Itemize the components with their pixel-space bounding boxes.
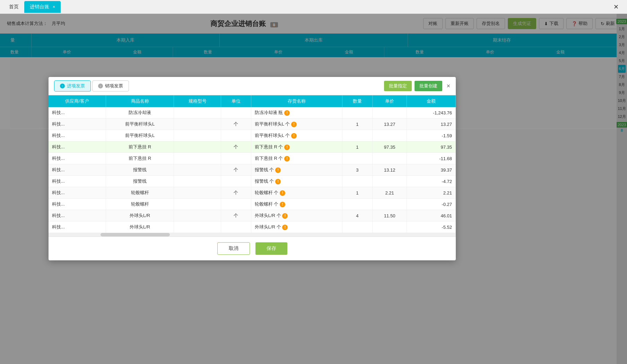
warn-icon: ! xyxy=(275,167,281,173)
cell-unit-price xyxy=(373,107,407,119)
cell-inventory-name: 外球头L/R 个 ! xyxy=(251,222,342,233)
cell-unit-price xyxy=(373,222,407,233)
cell-inventory-name: 前平衡杆球头L 个 ! xyxy=(251,119,342,130)
cell-quantity xyxy=(342,222,372,233)
cell-amount: 97.35 xyxy=(407,141,456,153)
tab-ledger[interactable]: 进销台账 × xyxy=(24,1,61,13)
save-button[interactable]: 保存 xyxy=(255,242,287,255)
cancel-button[interactable]: 取消 xyxy=(217,242,250,255)
cell-product-name: 前下悬挂 R xyxy=(106,141,174,153)
cell-supplier: 科技... xyxy=(49,164,106,176)
cell-product-name: 报警线 xyxy=(106,164,174,176)
cell-unit xyxy=(221,107,251,119)
cell-spec xyxy=(174,130,221,141)
cell-product-name: 前平衡杆球头L xyxy=(106,130,174,141)
window-close-button[interactable]: ✕ xyxy=(609,1,624,13)
cell-amount: -1.59 xyxy=(407,130,456,141)
warn-icon: ! xyxy=(280,190,285,196)
cell-spec xyxy=(174,222,221,233)
cell-spec xyxy=(174,153,221,164)
table-row: 科技... 前平衡杆球头L 前平衡杆球头L 个 ! -1.59 xyxy=(49,130,456,141)
warn-icon: ! xyxy=(282,213,288,219)
cell-amount: -1,243.76 xyxy=(407,107,456,119)
warn-icon: ! xyxy=(291,122,297,127)
modal-table: 供应商/客户 商品名称 规格型号 单位 存货名称 数量 单价 金额 科技... … xyxy=(49,95,456,233)
batch-create-button[interactable]: 批量创建 xyxy=(415,81,442,91)
cell-unit: 个 xyxy=(221,210,251,222)
main-content: 销售成本计算方法： 月平均 商贸企业进销台账 📋 对账 重新开账 存货别名 生成… xyxy=(0,14,627,364)
tab-inbound-invoice[interactable]: ↑ 进项发票 xyxy=(54,80,91,92)
cell-quantity xyxy=(342,153,372,164)
cell-amount: -11.68 xyxy=(407,153,456,164)
cell-unit-price: 11.50 xyxy=(373,210,407,222)
cell-supplier: 科技... xyxy=(49,153,106,164)
cell-quantity xyxy=(342,107,372,119)
cell-spec xyxy=(174,176,221,187)
cell-unit: 个 xyxy=(221,187,251,199)
cell-unit-price: 2.21 xyxy=(373,187,407,199)
tab-close-icon[interactable]: × xyxy=(53,5,55,9)
cell-unit-price: 13.27 xyxy=(373,119,407,130)
cell-quantity: 1 xyxy=(342,119,372,130)
cell-unit-price xyxy=(373,130,407,141)
cell-spec xyxy=(174,187,221,199)
cell-inventory-name: 报警线 个 ! xyxy=(251,176,342,187)
cell-spec xyxy=(174,107,221,119)
modal-footer: 取消 保存 xyxy=(49,236,456,260)
cell-unit-price: 13.12 xyxy=(373,164,407,176)
th-supplier: 供应商/客户 xyxy=(49,95,106,107)
cell-amount: 2.21 xyxy=(407,187,456,199)
cell-amount: -0.27 xyxy=(407,199,456,210)
table-row: 科技... 前平衡杆球头L 个 前平衡杆球头L 个 ! 1 13.27 13.2… xyxy=(49,119,456,130)
inbound-tab-icon: ↑ xyxy=(60,84,65,88)
cell-spec xyxy=(174,199,221,210)
table-row: 科技... 前下悬挂 R 个 前下悬挂 R 个 ! 1 97.35 97.35 xyxy=(49,141,456,153)
th-unit-price: 单价 xyxy=(373,95,407,107)
scroll-thumb[interactable] xyxy=(101,233,170,236)
cell-amount: 13.27 xyxy=(407,119,456,130)
scroll-bar[interactable] xyxy=(49,233,456,236)
warn-icon: ! xyxy=(282,225,288,230)
cell-supplier: 科技... xyxy=(49,119,106,130)
cell-amount: -4.72 xyxy=(407,176,456,187)
cell-spec xyxy=(174,119,221,130)
table-row: 科技... 外球头L/R 外球头L/R 个 ! -5.52 xyxy=(49,222,456,233)
cell-amount: -5.52 xyxy=(407,222,456,233)
table-header-row: 供应商/客户 商品名称 规格型号 单位 存货名称 数量 单价 金额 xyxy=(49,95,456,107)
cell-supplier: 科技... xyxy=(49,176,106,187)
warn-icon: ! xyxy=(284,110,290,116)
tab-outbound-invoice[interactable]: ↓ 销项发票 xyxy=(92,80,129,92)
th-quantity: 数量 xyxy=(342,95,372,107)
cell-amount: 39.37 xyxy=(407,164,456,176)
cell-quantity xyxy=(342,199,372,210)
cell-unit: 个 xyxy=(221,141,251,153)
cell-supplier: 科技... xyxy=(49,187,106,199)
tab-bar: 首页 进销台账 × ✕ xyxy=(0,0,627,14)
tab-home[interactable]: 首页 xyxy=(3,1,24,13)
cell-unit xyxy=(221,153,251,164)
table-row: 科技... 外球头L/R 个 外球头L/R 个 ! 4 11.50 46.01 xyxy=(49,210,456,222)
th-inventory-name: 存货名称 xyxy=(251,95,342,107)
outbound-tab-icon: ↓ xyxy=(98,84,103,88)
cell-supplier: 科技... xyxy=(49,107,106,119)
th-spec: 规格型号 xyxy=(174,95,221,107)
cell-product-name: 前平衡杆球头L xyxy=(106,119,174,130)
warn-icon: ! xyxy=(275,179,281,184)
cell-amount: 46.01 xyxy=(407,210,456,222)
cell-quantity xyxy=(342,130,372,141)
modal-dialog: ↑ 进项发票 ↓ 销项发票 批量指定 批量创建 × 供应商/客户 xyxy=(49,77,456,260)
cell-spec xyxy=(174,164,221,176)
warn-icon: ! xyxy=(291,133,297,139)
table-row: 科技... 轮毂螺杆 轮毂螺杆 个 ! -0.27 xyxy=(49,199,456,210)
cell-inventory-name: 轮毂螺杆 个 ! xyxy=(251,187,342,199)
table-row: 科技... 报警线 个 报警线 个 ! 3 13.12 39.37 xyxy=(49,164,456,176)
cell-inventory-name: 前下悬挂 R 个 ! xyxy=(251,153,342,164)
batch-assign-button[interactable]: 批量指定 xyxy=(384,81,412,91)
cell-supplier: 科技... xyxy=(49,141,106,153)
cell-unit-price xyxy=(373,153,407,164)
cell-inventory-name: 防冻冷却液 瓶 ! xyxy=(251,107,342,119)
modal-table-wrapper: 供应商/客户 商品名称 规格型号 单位 存货名称 数量 单价 金额 科技... … xyxy=(49,95,456,233)
cell-inventory-name: 轮毂螺杆 个 ! xyxy=(251,199,342,210)
modal-close-button[interactable]: × xyxy=(446,83,450,90)
cell-unit xyxy=(221,176,251,187)
